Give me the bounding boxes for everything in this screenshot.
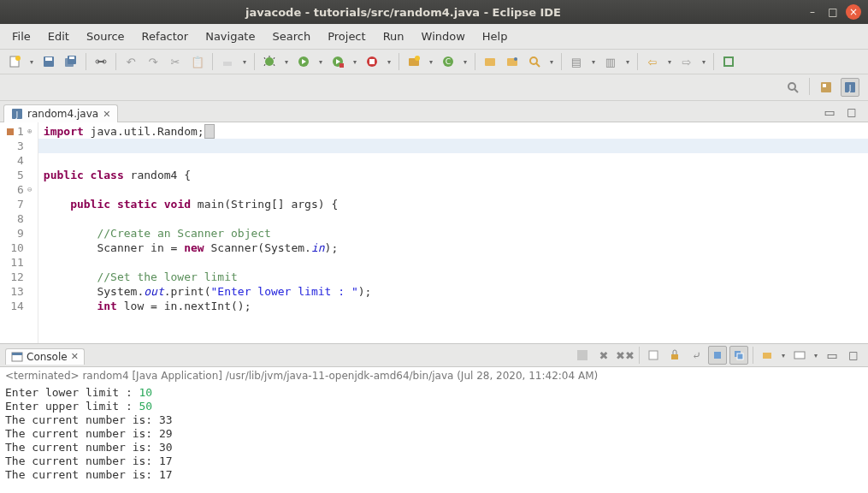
dropdown-icon[interactable]: ▾ bbox=[589, 58, 598, 66]
run-last-icon[interactable] bbox=[363, 52, 381, 71]
svg-rect-24 bbox=[724, 57, 733, 66]
save-all-icon[interactable] bbox=[62, 52, 80, 71]
annotation-icon[interactable]: ▥ bbox=[601, 52, 620, 71]
svg-rect-41 bbox=[794, 352, 805, 359]
dropdown-icon[interactable]: ▾ bbox=[700, 58, 708, 66]
forward-icon[interactable]: ⇨ bbox=[677, 52, 696, 71]
search-icon[interactable] bbox=[525, 52, 544, 71]
cut-icon[interactable]: ✂ bbox=[166, 52, 185, 71]
quick-access-icon[interactable] bbox=[783, 78, 802, 97]
minimize-view-icon[interactable]: ▭ bbox=[820, 103, 839, 122]
menu-help[interactable]: Help bbox=[475, 27, 515, 45]
close-button[interactable]: × bbox=[846, 4, 861, 20]
dropdown-icon[interactable]: ▾ bbox=[812, 352, 820, 359]
dropdown-icon[interactable]: ▾ bbox=[779, 352, 788, 359]
new-class-icon[interactable]: C bbox=[439, 52, 458, 71]
code-body[interactable]: import java.util.Random; public class ra… bbox=[38, 122, 868, 343]
console-output[interactable]: Enter lower limit : 10 Enter upper limit… bbox=[0, 384, 868, 493]
maximize-view-icon[interactable]: □ bbox=[842, 103, 861, 122]
dropdown-icon[interactable]: ▾ bbox=[385, 58, 393, 66]
tab-close-icon[interactable]: ✕ bbox=[71, 351, 79, 362]
menu-refactor[interactable]: Refactor bbox=[135, 27, 196, 45]
open-perspective-icon[interactable] bbox=[817, 78, 836, 97]
console-tab[interactable]: Console ✕ bbox=[5, 348, 85, 365]
debug-icon[interactable] bbox=[260, 52, 279, 71]
dropdown-icon[interactable]: ▾ bbox=[282, 58, 291, 66]
svg-point-22 bbox=[514, 57, 517, 61]
menu-source[interactable]: Source bbox=[80, 27, 132, 45]
pin-console-icon[interactable] bbox=[708, 346, 727, 365]
dropdown-icon[interactable]: ▾ bbox=[547, 58, 556, 66]
menu-project[interactable]: Project bbox=[321, 27, 372, 45]
console-panel: Console ✕ ✖ ✖✖ ⤶ ▾ ▾ ▭ □ <terminated> ra… bbox=[0, 343, 868, 493]
console-header: <terminated> random4 [Java Application] … bbox=[0, 367, 868, 384]
svg-rect-27 bbox=[823, 84, 826, 87]
maximize-console-icon[interactable]: □ bbox=[844, 346, 863, 365]
word-wrap-icon[interactable]: ⤶ bbox=[687, 346, 706, 365]
svg-rect-3 bbox=[45, 57, 52, 61]
remove-launch-icon[interactable]: ✖ bbox=[594, 346, 613, 365]
java-file-icon: J bbox=[11, 108, 23, 120]
minimize-console-icon[interactable]: ▭ bbox=[823, 346, 841, 365]
menu-navigate[interactable]: Navigate bbox=[198, 27, 262, 45]
dropdown-icon[interactable]: ▾ bbox=[461, 58, 469, 66]
svg-rect-34 bbox=[577, 350, 588, 360]
run-icon[interactable] bbox=[294, 52, 313, 71]
menu-edit[interactable]: Edit bbox=[41, 27, 76, 45]
editor-area: J random4.java ✕ ▭ □ 1⊕ 3 4 5 6⊖ 7 8 9 1… bbox=[0, 101, 868, 343]
svg-rect-15 bbox=[369, 59, 375, 64]
maximize-button[interactable]: □ bbox=[825, 4, 841, 20]
menu-window[interactable]: Window bbox=[415, 27, 472, 45]
minimize-button[interactable]: – bbox=[805, 4, 820, 20]
terminate-icon[interactable] bbox=[573, 346, 592, 365]
open-console-icon[interactable] bbox=[758, 346, 776, 365]
pin-icon[interactable] bbox=[719, 52, 738, 71]
svg-rect-39 bbox=[737, 353, 743, 359]
back-icon[interactable]: ⇦ bbox=[643, 52, 662, 71]
menu-file[interactable]: File bbox=[5, 27, 38, 45]
svg-point-1 bbox=[15, 56, 21, 61]
java-perspective-icon[interactable]: J bbox=[841, 78, 859, 97]
editor-tab[interactable]: J random4.java ✕ bbox=[3, 104, 118, 122]
tab-label: random4.java bbox=[27, 108, 98, 120]
svg-text:C: C bbox=[446, 57, 451, 66]
remove-all-icon[interactable]: ✖✖ bbox=[616, 346, 635, 365]
link-icon[interactable] bbox=[92, 52, 110, 71]
dropdown-icon[interactable]: ▾ bbox=[665, 58, 674, 66]
dropdown-icon[interactable]: ▾ bbox=[316, 58, 325, 66]
show-console-icon[interactable] bbox=[729, 346, 748, 365]
display-selected-icon[interactable] bbox=[790, 346, 809, 365]
dropdown-icon[interactable]: ▾ bbox=[27, 58, 36, 66]
window-title: javacode - tutorials/src/random4.java - … bbox=[7, 6, 800, 19]
code-editor[interactable]: 1⊕ 3 4 5 6⊖ 7 8 9 10 11 12 13 14 import … bbox=[0, 122, 868, 343]
perspective-bar: J bbox=[0, 74, 868, 101]
redo-icon[interactable]: ↷ bbox=[144, 52, 162, 71]
save-icon[interactable] bbox=[39, 52, 58, 71]
title-bar: javacode - tutorials/src/random4.java - … bbox=[0, 0, 868, 24]
clear-icon[interactable] bbox=[644, 346, 663, 365]
svg-point-17 bbox=[415, 56, 420, 61]
coverage-icon[interactable] bbox=[328, 52, 347, 71]
svg-rect-33 bbox=[12, 353, 22, 355]
dropdown-icon[interactable]: ▾ bbox=[623, 58, 632, 66]
dropdown-icon[interactable]: ▾ bbox=[351, 58, 359, 66]
undo-icon[interactable]: ↶ bbox=[121, 52, 140, 71]
open-task-icon[interactable] bbox=[503, 52, 522, 71]
open-type-icon[interactable] bbox=[481, 52, 499, 71]
menu-search[interactable]: Search bbox=[265, 27, 317, 45]
toggle-mark-icon[interactable]: ▤ bbox=[567, 52, 586, 71]
dropdown-icon[interactable]: ▾ bbox=[427, 58, 435, 66]
console-tab-bar: Console ✕ ✖ ✖✖ ⤶ ▾ ▾ ▭ □ bbox=[0, 344, 868, 367]
svg-rect-20 bbox=[485, 58, 495, 66]
menu-bar: File Edit Source Refactor Navigate Searc… bbox=[0, 24, 868, 50]
copy-icon[interactable]: 📋 bbox=[188, 52, 207, 71]
new-icon[interactable] bbox=[5, 52, 24, 71]
build-icon[interactable] bbox=[218, 52, 237, 71]
svg-text:J: J bbox=[15, 111, 18, 119]
menu-run[interactable]: Run bbox=[376, 27, 411, 45]
scroll-lock-icon[interactable] bbox=[665, 346, 684, 365]
tab-close-icon[interactable]: ✕ bbox=[103, 109, 110, 120]
dropdown-icon[interactable]: ▾ bbox=[240, 58, 249, 66]
new-package-icon[interactable] bbox=[404, 52, 423, 71]
console-toolbar: ✖ ✖✖ ⤶ ▾ ▾ ▭ □ bbox=[573, 346, 863, 366]
